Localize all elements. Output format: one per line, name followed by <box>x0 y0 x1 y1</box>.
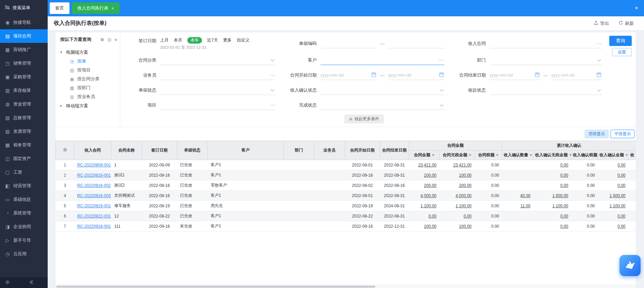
sidebar-search-menu[interactable]: 搜索菜单 <box>0 0 48 16</box>
table-row[interactable]: 1RC-20220809-00112022-08-09已生效客户12022-08… <box>56 160 636 170</box>
drill-amount-link[interactable]: 1,100.00 <box>610 204 626 208</box>
tab-close-icon[interactable]: × <box>111 6 114 11</box>
contract-number-link[interactable]: RC-20220816-001 <box>77 173 111 178</box>
cell-conf_qty[interactable]: 11.00 <box>502 201 534 211</box>
drill-amount-link[interactable]: 23,421.00 <box>418 163 436 167</box>
sidebar-item[interactable]: ▨ 发票管理 <box>0 125 48 138</box>
cell-amt[interactable]: 100.00 <box>409 221 440 231</box>
sign-date-quick-option[interactable]: 上月 <box>160 37 169 43</box>
cell-conf_amt[interactable]: 0.00 <box>598 170 629 180</box>
cell-no[interactable]: RC-20220819-001 <box>74 201 111 211</box>
sidebar-item[interactable]: ◍ 资金管理 <box>0 97 48 111</box>
table-row[interactable]: 5RC-20220819-001修车服务2022-08-19已生效周先生2022… <box>56 201 636 211</box>
finish-status-select[interactable] <box>320 101 444 110</box>
cell-amt_notax[interactable]: 200.00 <box>440 180 475 191</box>
scheme-item[interactable]: ◷ 按单 <box>60 57 117 66</box>
sidebar-item[interactable]: ◳ 销售管理 <box>0 57 48 70</box>
sidebar-item[interactable]: ◉ 快捷导航 <box>0 16 48 29</box>
cell-amt_notax[interactable]: 4,000.00 <box>440 191 475 201</box>
calendar-icon[interactable] <box>439 73 444 77</box>
contract-category-select[interactable] <box>160 56 275 65</box>
refresh-button[interactable]: 刷新 <box>618 20 634 27</box>
hierarchy-view-button[interactable]: 层级显示 <box>585 130 609 138</box>
sidebar-item[interactable]: ▭ 基础信息 <box>0 193 48 206</box>
cell-no[interactable]: RC-20220809-001 <box>74 160 111 170</box>
cell-conf_notax[interactable]: 1,500.00 <box>534 191 571 201</box>
cell-amt_notax[interactable]: 100.00 <box>440 170 475 180</box>
tab-home[interactable]: 首页 <box>50 2 69 14</box>
column-header-name[interactable]: 合同名称 <box>111 141 142 160</box>
collapse-conditions-button[interactable]: 收起更多条件 <box>345 115 383 123</box>
tab-income-contract-report[interactable]: 收入合同执行表 × <box>72 2 120 14</box>
cell-conf_notax[interactable]: 0.00 <box>534 221 571 231</box>
sidebar-item[interactable]: ◔ 系统管理 <box>0 206 48 220</box>
column-header-conf_qty[interactable]: 收入确认数量 <box>502 150 534 160</box>
department-select[interactable] <box>490 56 602 65</box>
cell-amt[interactable]: 0.00 <box>409 211 440 221</box>
table-row[interactable]: 3RC-20220816-002测试22022-08-16已生效零散客户2022… <box>56 180 636 191</box>
contract-end-from-input[interactable] <box>490 73 534 78</box>
sidebar-item[interactable]: ◨ 企业协同 <box>0 220 48 234</box>
search-button[interactable]: 查询 <box>609 36 632 46</box>
drill-amount-link[interactable]: 23,421.00 <box>453 163 471 167</box>
scheme-item[interactable]: ▣ 按合同分类 <box>60 75 117 83</box>
customer-input[interactable] <box>320 58 438 63</box>
drill-amount-link[interactable]: 0.00 <box>617 224 625 229</box>
table-row[interactable]: 6RC-20220822-001122022-08-22已生效客户12022-0… <box>56 211 636 221</box>
drill-amount-link[interactable]: 100.00 <box>424 173 437 178</box>
sidebar-item[interactable]: ◧ 经营管理 <box>0 179 48 193</box>
column-header-conf_tax[interactable]: 收入确认税额 <box>571 150 598 160</box>
sidebar-item[interactable]: ▣ 采购管理 <box>0 70 48 84</box>
cell-conf_notax[interactable]: 0.00 <box>534 170 571 180</box>
picker-ellipsis-icon[interactable]: ··· <box>438 58 444 63</box>
calendar-icon[interactable] <box>535 73 539 77</box>
topbar-close-icon[interactable]: × <box>629 0 644 16</box>
contract-start-from-input[interactable] <box>320 73 370 78</box>
scrollbar-thumb[interactable] <box>56 286 375 288</box>
sign-date-quick-option[interactable]: 更多 <box>223 37 232 43</box>
sign-date-quick-option[interactable]: 本月 <box>174 37 182 43</box>
doc-code-from-input[interactable] <box>320 41 377 46</box>
filter-funnel-icon[interactable] <box>496 154 499 156</box>
cell-no[interactable]: RC-20220816-002 <box>74 180 111 191</box>
cell-conf_notax[interactable]: 0.00 <box>534 180 571 191</box>
drill-amount-link[interactable]: 0.00 <box>560 173 568 178</box>
salesman-input[interactable] <box>160 73 269 78</box>
cell-conf_notax[interactable]: 0.00 <box>534 211 571 221</box>
doc-code-to-input[interactable] <box>388 41 444 46</box>
drill-amount-link[interactable]: 0.00 <box>464 214 471 219</box>
cell-conf_notax[interactable]: 0.00 <box>534 160 571 170</box>
cell-no[interactable]: RC-20220916-001 <box>74 221 111 231</box>
collapse-scheme-panel-icon[interactable]: « <box>114 37 117 42</box>
drill-amount-link[interactable]: 0.00 <box>617 183 625 188</box>
sidebar-item[interactable]: ▧ 总账管理 <box>0 111 48 125</box>
drill-amount-link[interactable]: 200.00 <box>424 183 437 188</box>
scheme-item[interactable]: ▦ 按部门 <box>60 83 117 92</box>
settings-button[interactable]: 设置 <box>612 48 632 56</box>
column-header-conf_notax[interactable]: 收入确认无税金额 <box>534 150 571 160</box>
contract-number-link[interactable]: RC-20220822-001 <box>77 214 111 219</box>
sidebar-item[interactable]: ▷ 新手引导 <box>0 234 48 247</box>
filter-funnel-icon[interactable] <box>625 154 628 156</box>
cell-amt[interactable]: 100.00 <box>409 170 440 180</box>
column-header-end[interactable]: 合同结束日期 <box>380 141 409 160</box>
sidebar-item[interactable]: ▤ 项目合同 <box>0 29 48 43</box>
receipt-status-select[interactable] <box>490 86 602 95</box>
sidebar-item[interactable]: ▩ 税务管理 <box>0 138 48 152</box>
cell-conf_amt[interactable]: 1,500.00 <box>598 191 629 201</box>
column-header-amt_tax[interactable]: 合同税额 <box>475 150 502 160</box>
cell-conf_amt[interactable]: 0.00 <box>598 160 629 170</box>
drill-amount-link[interactable]: 0.00 <box>560 214 568 219</box>
column-header-cut[interactable]: 收 <box>629 150 636 160</box>
column-header-sign[interactable]: 签订日期 <box>142 141 177 160</box>
picker-ellipsis-icon[interactable]: ··· <box>595 41 602 46</box>
project-input[interactable] <box>160 103 269 108</box>
drill-amount-link[interactable]: 1,100.00 <box>421 204 437 208</box>
drill-amount-link[interactable]: 1,100.00 <box>552 204 568 208</box>
table-row[interactable]: 2RC-20220816-001测试12022-08-16已生效客户12022-… <box>56 170 636 180</box>
drill-amount-link[interactable]: 0.00 <box>560 224 568 229</box>
locate-scheme-icon[interactable]: ◎ <box>107 37 111 42</box>
contract-number-link[interactable]: RC-20220809-001 <box>77 163 111 167</box>
contract-number-link[interactable]: RC-20220916-001 <box>77 224 111 229</box>
cell-no[interactable]: RC-20220822-001 <box>74 211 111 221</box>
